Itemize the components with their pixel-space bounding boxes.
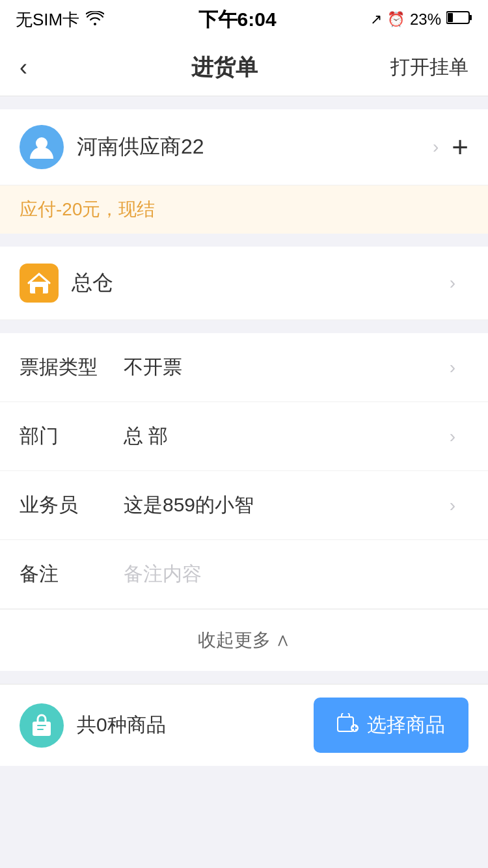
section-gap-2 (0, 234, 488, 247)
remark-placeholder[interactable]: 备注内容 (111, 561, 468, 588)
nav-bar: ‹ 进货单 打开挂单 (0, 39, 488, 96)
status-left: 无SIM卡 (16, 8, 104, 31)
body-space (0, 766, 488, 868)
bottom-bar: 共0种商品 选择商品 (0, 684, 488, 766)
supplier-chevron-icon: › (433, 137, 439, 157)
warehouse-icon (20, 264, 59, 303)
supplier-row[interactable]: 河南供应商22 › + (0, 109, 488, 185)
section-gap-3 (0, 320, 488, 333)
remark-row[interactable]: 备注 备注内容 (0, 540, 488, 609)
section-gap-4 (0, 671, 488, 684)
battery-label: 23% (410, 10, 441, 29)
warehouse-name: 总仓 (72, 269, 450, 297)
salesperson-chevron-icon: › (450, 495, 455, 516)
ticket-type-row[interactable]: 票据类型 不开票 › (0, 333, 488, 402)
product-count: 共0种商品 (77, 712, 314, 739)
supplier-name: 河南供应商22 (77, 133, 433, 161)
collapse-bar[interactable]: 收起更多 ∧ (0, 609, 488, 671)
remark-label: 备注 (20, 561, 111, 588)
status-bar: 无SIM卡 下午6:04 ↗ ⏰ 23% (0, 0, 488, 39)
salesperson-label: 业务员 (20, 492, 111, 519)
select-product-icon (337, 713, 359, 737)
department-value: 总 部 (111, 423, 450, 450)
page-title: 进货单 (191, 53, 258, 83)
supplier-section: 河南供应商22 › + 应付-20元，现结 (0, 109, 488, 234)
svg-rect-1 (469, 15, 472, 20)
section-gap-1 (0, 96, 488, 109)
product-icon (20, 703, 64, 748)
salesperson-row[interactable]: 业务员 这是859的小智 › (0, 471, 488, 540)
warehouse-section: 总仓 › (0, 247, 488, 320)
open-pending-button[interactable]: 打开挂单 (390, 54, 468, 81)
status-time: 下午6:04 (198, 7, 277, 33)
back-button[interactable]: ‹ (20, 54, 59, 81)
notice-bar: 应付-20元，现结 (0, 185, 488, 234)
department-label: 部门 (20, 423, 111, 450)
svg-rect-2 (448, 13, 453, 22)
select-product-button[interactable]: 选择商品 (314, 698, 468, 753)
network-label: 无SIM卡 (16, 8, 79, 31)
battery-icon (446, 10, 472, 29)
alarm-icon: ⏰ (387, 11, 405, 28)
wifi-icon (86, 10, 104, 30)
notice-text: 应付-20元，现结 (20, 199, 155, 219)
collapse-label: 收起更多 ∧ (198, 628, 291, 653)
department-row[interactable]: 部门 总 部 › (0, 402, 488, 471)
department-chevron-icon: › (450, 426, 455, 447)
location-icon: ↗ (370, 11, 382, 28)
ticket-type-label: 票据类型 (20, 354, 111, 381)
add-supplier-button[interactable]: + (452, 133, 468, 161)
svg-rect-5 (35, 287, 43, 293)
ticket-type-value: 不开票 (111, 354, 450, 381)
select-product-label: 选择商品 (367, 712, 445, 739)
salesperson-value: 这是859的小智 (111, 492, 450, 519)
status-right: ↗ ⏰ 23% (370, 10, 472, 29)
supplier-avatar (20, 125, 64, 169)
warehouse-row[interactable]: 总仓 › (0, 247, 488, 320)
form-section: 票据类型 不开票 › 部门 总 部 › 业务员 这是859的小智 › 备注 备注… (0, 333, 488, 671)
ticket-type-chevron-icon: › (450, 357, 455, 378)
warehouse-chevron-icon: › (450, 273, 455, 293)
